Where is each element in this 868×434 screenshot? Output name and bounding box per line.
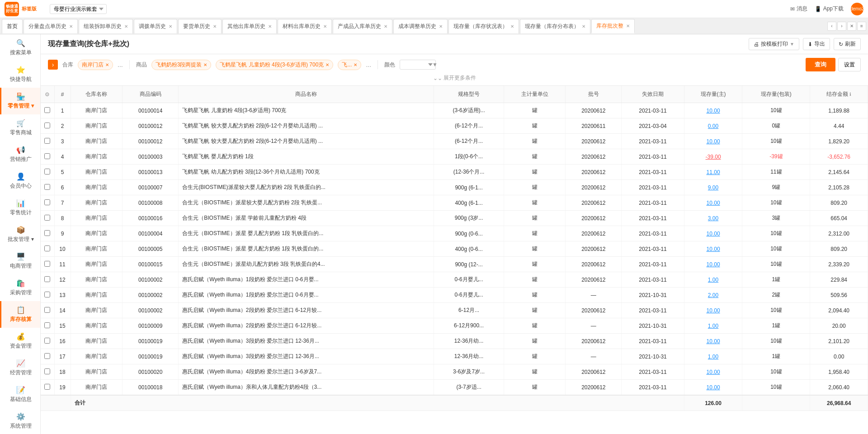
qty-main-link-4[interactable]: -39.00 (706, 154, 721, 160)
qty-main-link-6[interactable]: 9.00 (708, 184, 718, 191)
warehouse-filter-more[interactable]: ... (118, 61, 123, 68)
product-tag-1-close[interactable]: ✕ (203, 62, 207, 67)
tab-split_inventory[interactable]: 分量盘点单历史✕ (24, 19, 78, 33)
qty-main-link-2[interactable]: 0.00 (708, 123, 718, 129)
qty-main-link-17[interactable]: 1.00 (708, 354, 718, 360)
tab-close-other_out[interactable]: ✕ (268, 24, 272, 29)
td-checkbox-7[interactable] (41, 195, 54, 211)
tab-home[interactable]: 首页 (2, 19, 23, 33)
qty-main-link-14[interactable]: 10.00 (707, 307, 720, 314)
sidebar-item-retail_shop[interactable]: 🛒 零售商城 (0, 114, 40, 141)
app-download-button[interactable]: 📱 App下载 (815, 5, 844, 13)
print-dropdown-icon[interactable]: ▼ (790, 42, 794, 47)
sidebar-item-inventory[interactable]: 📋 库存核算 (0, 301, 40, 328)
expand-more-button[interactable]: ⌄⌄ 展开更多条件 (433, 74, 476, 82)
product-tag-2-close[interactable]: ✕ (326, 62, 329, 67)
tab-stock_dist[interactable]: 现存量（库存分布表）✕ (520, 19, 590, 33)
td-checkbox-1[interactable] (41, 103, 54, 118)
qty-main-link-16[interactable]: 10.00 (707, 338, 720, 344)
sidebar-item-purchase[interactable]: 🛍️ 采购管理 (0, 274, 40, 301)
qty-main-link-9[interactable]: 10.00 (707, 231, 720, 237)
tab-menu[interactable]: ≡ (857, 22, 866, 31)
sidebar-item-ecommerce[interactable]: 🖥️ 电商管理 (0, 248, 40, 274)
tab-requisition[interactable]: 要货单历史✕ (178, 19, 222, 33)
tab-close-pick[interactable]: ✕ (169, 24, 172, 29)
qty-main-link-13[interactable]: 2.00 (708, 292, 718, 298)
td-checkbox-19[interactable] (41, 380, 54, 396)
qty-main-link-12[interactable]: 1.00 (708, 277, 718, 283)
td-checkbox-8[interactable] (41, 211, 54, 226)
td-checkbox-10[interactable] (41, 241, 54, 257)
sidebar-item-sys_mgmt[interactable]: ⚙️ 系统管理 (0, 408, 40, 434)
td-checkbox-13[interactable] (41, 288, 54, 303)
sidebar-item-retail_stats[interactable]: 📊 零售统计 (0, 194, 40, 221)
tab-close-cost_adjust[interactable]: ✕ (439, 24, 443, 29)
qty-main-link-19[interactable]: 10.00 (707, 384, 720, 391)
filter-collapse-btn[interactable]: › (48, 60, 58, 70)
qty-main-link-18[interactable]: 10.00 (707, 369, 720, 375)
td-checkbox-14[interactable] (41, 303, 54, 318)
td-checkbox-12[interactable] (41, 272, 54, 288)
refresh-button[interactable]: ↻ 刷新 (834, 38, 861, 50)
td-checkbox-2[interactable] (41, 118, 54, 134)
avatar[interactable]: demo2 (851, 3, 863, 15)
td-checkbox-4[interactable] (41, 149, 54, 165)
qty-main-link-8[interactable]: 3.00 (708, 215, 718, 222)
tab-close-product_in[interactable]: ✕ (384, 24, 387, 29)
balance-info-icon[interactable]: ℹ (849, 92, 851, 97)
tab-other_out[interactable]: 其他出库单历史✕ (222, 19, 277, 33)
tab-pick[interactable]: 调拨单历史✕ (134, 19, 177, 33)
sidebar-item-search[interactable]: 🔍 搜索菜单 (0, 34, 40, 61)
sidebar-item-operations[interactable]: 📈 经营管理 (0, 354, 40, 381)
qty-main-link-10[interactable]: 10.00 (707, 246, 720, 252)
message-button[interactable]: ✉ 消息 (790, 5, 807, 13)
export-button[interactable]: ⬇ 导出 (803, 38, 830, 50)
qty-main-link-3[interactable]: 10.00 (707, 138, 720, 145)
td-checkbox-16[interactable] (41, 334, 54, 349)
tab-close-batch_query[interactable]: ✕ (626, 24, 630, 28)
sidebar-item-marketing[interactable]: 📢 营销推广 (0, 141, 40, 168)
tab-close-stock_dist[interactable]: ✕ (582, 24, 585, 29)
product-filter-more[interactable]: ... (366, 61, 371, 68)
tab-product_in[interactable]: 产成品入库单历史✕ (333, 19, 392, 33)
tab-disassemble[interactable]: 组装拆卸单历史✕ (79, 19, 133, 33)
tab-close-material_out[interactable]: ✕ (323, 24, 327, 29)
print-button[interactable]: 🖨 按模板打印 ▼ (749, 38, 799, 50)
tab-nav-left[interactable]: ‹ (827, 22, 836, 31)
sidebar-item-quick_nav[interactable]: ⭐ 快捷导航 (0, 61, 40, 88)
sidebar-item-member[interactable]: 👤 会员中心 (0, 168, 40, 194)
tab-close-stock_status[interactable]: ✕ (510, 24, 514, 29)
tab-close-disassemble[interactable]: ✕ (124, 24, 128, 29)
breadcrumb-select[interactable]: 母婴行业演示账套 (50, 4, 107, 14)
tab-stock_status[interactable]: 现存量（库存状况表）✕ (448, 19, 519, 33)
settings-gear-icon[interactable]: ⚙ (45, 91, 50, 98)
td-checkbox-18[interactable] (41, 364, 54, 380)
qty-main-link-5[interactable]: 11.00 (707, 169, 720, 175)
sidebar-item-basic_info[interactable]: 📝 基础信息 (0, 381, 40, 408)
color-filter-select[interactable] (400, 60, 436, 70)
query-button[interactable]: 查询 (806, 58, 835, 71)
product-tag-3-close[interactable]: ✕ (354, 62, 357, 67)
sidebar-item-retail_mgmt[interactable]: 🏪 零售管理 ▾ (0, 88, 40, 114)
td-checkbox-11[interactable] (41, 257, 54, 272)
tab-cost_adjust[interactable]: 成本调整单历史✕ (393, 19, 448, 33)
warehouse-tag-close[interactable]: ✕ (105, 62, 109, 67)
td-checkbox-9[interactable] (41, 226, 54, 241)
tab-close-split_inventory[interactable]: ✕ (69, 24, 73, 29)
qty-main-link-7[interactable]: 10.00 (707, 200, 720, 206)
settings-button[interactable]: 设置 (838, 58, 861, 71)
td-checkbox-15[interactable] (41, 318, 54, 334)
td-checkbox-5[interactable] (41, 165, 54, 180)
tab-batch_query[interactable]: 库存批次整✕ (591, 19, 635, 33)
sidebar-item-wholesale[interactable]: 📦 批发管理 ▾ (0, 221, 40, 248)
sidebar-item-finance[interactable]: 💰 资金管理 (0, 328, 40, 354)
tab-nav-right[interactable]: › (837, 22, 846, 31)
tab-close-requisition[interactable]: ✕ (213, 24, 217, 29)
tab-material_out[interactable]: 材料出库单历史✕ (278, 19, 332, 33)
qty-main-link-11[interactable]: 10.00 (707, 261, 720, 268)
tab-close-current[interactable]: ✕ (847, 22, 856, 31)
td-checkbox-17[interactable] (41, 349, 54, 364)
td-checkbox-6[interactable] (41, 180, 54, 195)
td-checkbox-3[interactable] (41, 134, 54, 149)
qty-main-link-1[interactable]: 10.00 (707, 108, 720, 114)
